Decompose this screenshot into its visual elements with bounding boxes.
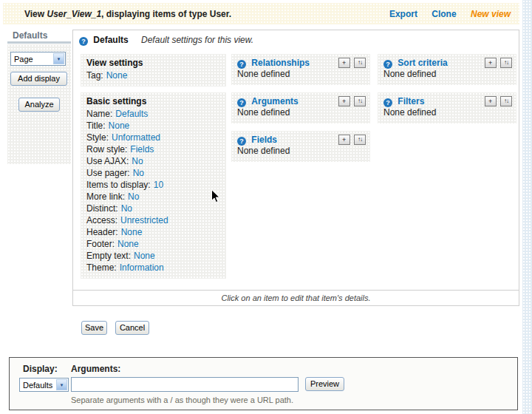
add-icon[interactable]: + bbox=[485, 58, 497, 68]
sort-criteria-box: ? Sort criteria + ↑↓ None defined bbox=[378, 54, 516, 85]
sort-criteria-empty: None defined bbox=[383, 69, 511, 80]
filters-box: ? Filters + ↑↓ None defined bbox=[378, 92, 516, 123]
save-button[interactable]: Save bbox=[81, 321, 107, 335]
help-icon[interactable]: ? bbox=[237, 98, 246, 107]
preview-help-text: Separate arguments with a / as though th… bbox=[71, 396, 293, 404]
export-link[interactable]: Export bbox=[389, 9, 417, 19]
add-display-button[interactable]: Add display bbox=[10, 72, 67, 86]
views-ui-screen: View User_View_1, displaying items of ty… bbox=[0, 0, 532, 414]
setting-row: Title:None bbox=[86, 120, 220, 132]
view-edit-panel: ? Defaults Default settings for this vie… bbox=[72, 30, 519, 306]
live-preview-box: Display: Defaults ▼ Arguments: Preview S… bbox=[9, 357, 518, 410]
setting-value-link[interactable]: None bbox=[117, 239, 139, 249]
view-name: User_View_1 bbox=[47, 9, 101, 19]
relationships-title-link[interactable]: Relationships bbox=[251, 58, 310, 68]
rearrange-icon[interactable]: ↑↓ bbox=[500, 96, 512, 106]
setting-value-link[interactable]: Defaults bbox=[115, 109, 148, 119]
setting-label: Access: bbox=[86, 215, 117, 225]
help-icon[interactable]: ? bbox=[383, 98, 392, 107]
setting-value-link[interactable]: No bbox=[128, 191, 139, 202]
setting-label: Theme: bbox=[86, 262, 117, 273]
setting-label: Items to display: bbox=[86, 180, 151, 190]
preview-arguments-label: Arguments: bbox=[71, 364, 120, 374]
setting-value-link[interactable]: None bbox=[106, 70, 128, 81]
setting-value-link[interactable]: None bbox=[121, 227, 143, 237]
add-icon[interactable]: + bbox=[338, 135, 350, 145]
chevron-down-icon: ▼ bbox=[53, 53, 64, 64]
setting-label: Use AJAX: bbox=[86, 156, 129, 166]
setting-row: Empty text:None bbox=[86, 250, 220, 262]
help-icon[interactable]: ? bbox=[383, 60, 392, 69]
setting-value-link[interactable]: None bbox=[134, 251, 155, 261]
preview-display-label: Display: bbox=[23, 364, 58, 374]
box-actions: + ↑↓ bbox=[483, 58, 512, 68]
setting-row: Access:Unrestricted bbox=[86, 214, 220, 226]
fields-title-link[interactable]: Fields bbox=[251, 135, 277, 145]
arguments-title-link[interactable]: Arguments bbox=[251, 96, 298, 106]
setting-label: Distinct: bbox=[86, 203, 118, 214]
setting-value-link[interactable]: Unrestricted bbox=[120, 215, 168, 225]
panel-subtitle: Default settings for this view. bbox=[141, 35, 253, 45]
displays-sidebar: Defaults Page ▼ Add display Analyze bbox=[7, 30, 71, 164]
setting-label: Use pager: bbox=[86, 168, 130, 178]
add-icon[interactable]: + bbox=[338, 58, 350, 68]
basic-settings-title: Basic settings bbox=[86, 96, 220, 106]
setting-value-link[interactable]: No bbox=[132, 156, 143, 166]
add-icon[interactable]: + bbox=[338, 96, 350, 106]
add-icon[interactable]: + bbox=[485, 96, 497, 106]
preview-display-select-value: Defaults bbox=[23, 381, 52, 390]
help-icon[interactable]: ? bbox=[237, 137, 246, 146]
page-title: View User_View_1, displaying items of ty… bbox=[24, 9, 231, 19]
cancel-button[interactable]: Cancel bbox=[115, 321, 149, 335]
setting-row: Tag:None bbox=[86, 69, 220, 81]
arguments-box: ? Arguments + ↑↓ None defined bbox=[231, 92, 370, 123]
mouse-cursor-icon bbox=[211, 189, 221, 204]
setting-label: More link: bbox=[86, 191, 125, 202]
fields-empty: None defined bbox=[237, 146, 364, 157]
setting-value-link[interactable]: 10 bbox=[154, 180, 163, 190]
setting-label: Footer: bbox=[86, 239, 115, 249]
setting-value-link[interactable]: Information bbox=[120, 262, 164, 273]
tab-defaults[interactable]: Defaults bbox=[7, 30, 71, 44]
rearrange-icon[interactable]: ↑↓ bbox=[354, 58, 366, 68]
setting-row: Row style:Fields bbox=[86, 143, 220, 155]
header-links: Export Clone New view bbox=[378, 9, 511, 19]
filters-empty: None defined bbox=[383, 107, 511, 118]
setting-value-link[interactable]: No bbox=[133, 168, 144, 178]
setting-value-link[interactable]: No bbox=[121, 203, 132, 214]
clone-link[interactable]: Clone bbox=[432, 9, 456, 19]
setting-label: Empty text: bbox=[86, 251, 131, 261]
arguments-empty: None defined bbox=[237, 107, 364, 118]
rearrange-icon[interactable]: ↑↓ bbox=[354, 135, 366, 145]
rearrange-icon[interactable]: ↑↓ bbox=[500, 58, 512, 68]
preview-button[interactable]: Preview bbox=[305, 377, 344, 391]
preview-arguments-input[interactable] bbox=[71, 377, 299, 392]
analyze-button[interactable]: Analyze bbox=[18, 98, 60, 112]
setting-row: Distinct:No bbox=[86, 203, 220, 214]
preview-display-select[interactable]: Defaults ▼ bbox=[19, 378, 69, 392]
new-view-link[interactable]: New view bbox=[471, 9, 511, 19]
rearrange-icon[interactable]: ↑↓ bbox=[354, 96, 366, 106]
setting-label: Row style: bbox=[86, 144, 127, 155]
display-type-select[interactable]: Page ▼ bbox=[10, 52, 66, 66]
filters-title-link[interactable]: Filters bbox=[398, 96, 424, 106]
help-icon[interactable]: ? bbox=[79, 37, 88, 46]
setting-row: Theme:Information bbox=[86, 262, 220, 274]
setting-row: Footer:None bbox=[86, 238, 220, 250]
page-title-prefix: View bbox=[24, 9, 47, 19]
setting-label: Header: bbox=[86, 227, 118, 237]
setting-value-link[interactable]: None bbox=[109, 121, 130, 131]
setting-value-link[interactable]: Unformatted bbox=[112, 132, 160, 143]
panel-header: ? Defaults Default settings for this vie… bbox=[73, 30, 519, 46]
box-actions: + ↑↓ bbox=[337, 96, 366, 106]
relationships-empty: None defined bbox=[237, 69, 364, 80]
view-header-bar: View User_View_1, displaying items of ty… bbox=[3, 3, 519, 24]
setting-label: Name: bbox=[86, 109, 112, 119]
setting-row: Items to display:10 bbox=[86, 179, 220, 191]
relationships-box: ? Relationships + ↑↓ None defined bbox=[231, 54, 370, 85]
help-icon[interactable]: ? bbox=[237, 60, 246, 69]
setting-label: Tag: bbox=[86, 70, 103, 81]
setting-row: Name:Defaults bbox=[86, 108, 220, 120]
setting-value-link[interactable]: Fields bbox=[130, 144, 154, 155]
sort-criteria-title-link[interactable]: Sort criteria bbox=[398, 58, 447, 68]
